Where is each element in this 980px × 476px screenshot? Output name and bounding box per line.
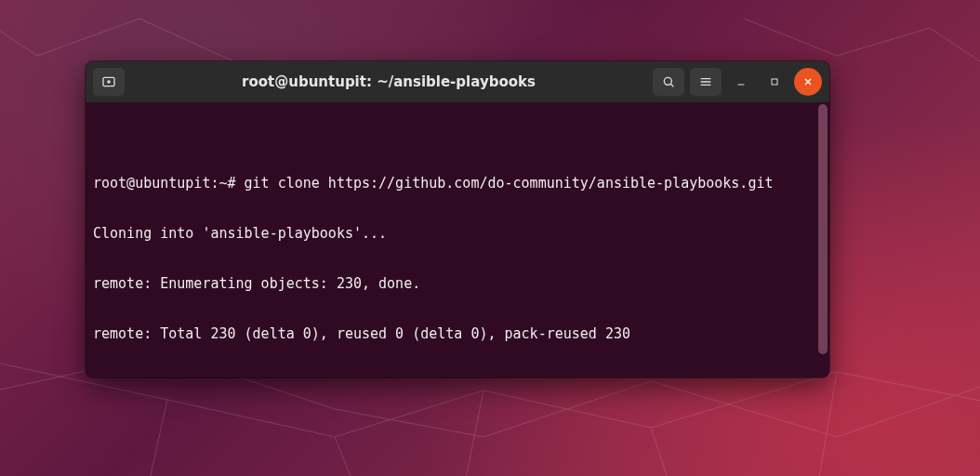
maximize-button[interactable] — [761, 68, 788, 96]
window-title: root@ubuntupit: ~/ansible-playbooks — [132, 73, 645, 90]
svg-rect-2 — [772, 79, 777, 85]
terminal-line: Cloning into 'ansible-playbooks'... — [93, 225, 822, 242]
minimize-button[interactable] — [727, 68, 755, 96]
search-button[interactable] — [653, 68, 684, 96]
terminal-body[interactable]: root@ubuntupit:~# git clone https://gith… — [86, 102, 829, 377]
close-button[interactable] — [794, 68, 822, 96]
scrollbar-thumb[interactable] — [818, 104, 828, 354]
terminal-window: root@ubuntupit: ~/ansible-playbooks — [86, 61, 829, 377]
terminal-line: remote: Total 230 (delta 0), reused 0 (d… — [93, 325, 822, 342]
terminal-line: root@ubuntupit:~# git clone https://gith… — [93, 175, 822, 192]
menu-button[interactable] — [690, 68, 722, 96]
new-tab-button[interactable] — [93, 68, 125, 96]
terminal-line: remote: Enumerating objects: 230, done. — [93, 275, 822, 292]
titlebar: root@ubuntupit: ~/ansible-playbooks — [86, 61, 829, 102]
scrollbar[interactable] — [818, 104, 828, 376]
svg-point-1 — [664, 77, 671, 85]
terminal-content: root@ubuntupit:~# git clone https://gith… — [93, 141, 822, 377]
terminal-line: Receiving objects: 100% (230/230), 42.14… — [93, 376, 822, 377]
